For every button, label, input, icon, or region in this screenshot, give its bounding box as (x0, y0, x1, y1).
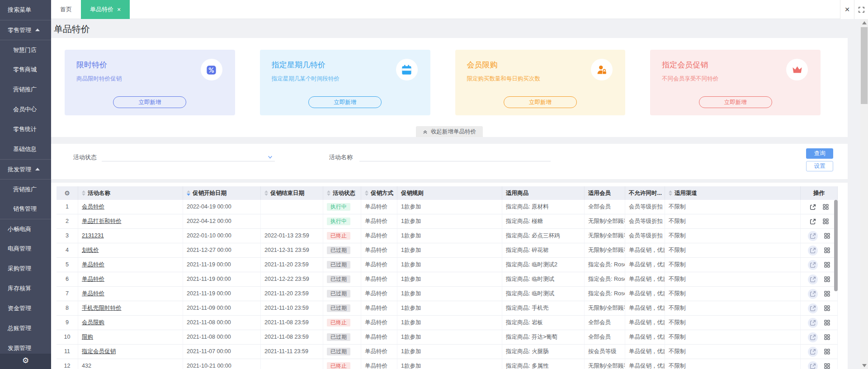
sort-carets-icon[interactable] (669, 190, 672, 196)
sort-desc-icon[interactable] (187, 194, 190, 196)
tab-home[interactable]: 首页 (51, 0, 81, 19)
sort-desc-icon[interactable] (365, 194, 368, 196)
table-header-cell[interactable]: 促销方式 (361, 186, 397, 200)
export-icon[interactable] (808, 332, 818, 342)
scroll-up-icon[interactable] (860, 19, 868, 26)
activity-name-link[interactable]: 手机壳限时特价 (82, 305, 122, 311)
grid-actions-icon[interactable] (824, 276, 830, 283)
add-now-button[interactable]: 立即新增 (113, 96, 186, 108)
table-header-cell[interactable]: 适用商品 (502, 186, 585, 200)
table-header-cell[interactable]: 活动名称 (78, 186, 183, 200)
tab-single-item-special[interactable]: 单品特价 × (81, 0, 130, 19)
sidebar-gear-icon[interactable]: ⚙ (0, 354, 51, 369)
collapse-new-promo-bar[interactable]: 收起新增单品特价 (416, 126, 483, 137)
export-icon[interactable] (808, 318, 818, 328)
export-icon[interactable] (808, 274, 818, 284)
sidebar-item[interactable]: 资金管理 (0, 298, 51, 318)
export-icon[interactable] (808, 303, 818, 313)
sidebar-subitem[interactable]: 零售统计 (0, 119, 51, 139)
column-settings-cell[interactable]: ⚙ (57, 186, 78, 200)
sidebar-subitem[interactable]: 智慧门店 (0, 40, 51, 60)
add-now-button[interactable]: 立即新增 (308, 96, 382, 108)
grid-actions-icon[interactable] (824, 247, 830, 254)
tab-close-icon[interactable]: × (117, 6, 121, 13)
grid-actions-icon[interactable] (824, 334, 830, 341)
sidebar-subitem[interactable]: 销售管理 (0, 199, 51, 219)
sort-desc-icon[interactable] (327, 194, 330, 196)
table-header-cell[interactable]: 适用会员 (585, 186, 625, 200)
sidebar-item[interactable]: 总账管理 (0, 318, 51, 338)
export-icon[interactable] (808, 361, 818, 369)
scroll-down-icon[interactable] (860, 362, 868, 369)
sort-desc-icon[interactable] (264, 194, 268, 196)
activity-name-link[interactable]: 指定会员促销 (82, 348, 116, 355)
activity-name-link[interactable]: 单品特价 (82, 276, 104, 282)
name-filter-input[interactable] (359, 150, 551, 161)
sort-desc-icon[interactable] (669, 194, 672, 196)
table-header-cell[interactable]: 促销规则 (397, 186, 502, 200)
grid-actions-icon[interactable] (824, 348, 830, 355)
grid-actions-icon[interactable] (824, 363, 830, 369)
sort-asc-icon[interactable] (264, 190, 268, 193)
activity-name-link[interactable]: 2131231 (82, 232, 104, 239)
sidebar-subitem[interactable]: 会员中心 (0, 99, 51, 119)
activity-name-link[interactable]: 单品特价 (82, 261, 104, 268)
sort-carets-icon[interactable] (327, 190, 330, 196)
activity-name-link[interactable]: 单品打折和特价 (82, 218, 122, 224)
activity-name-link[interactable]: 会员限购 (82, 319, 104, 326)
sort-asc-icon[interactable] (365, 190, 368, 193)
sidebar-item[interactable]: 搜索菜单 (0, 0, 51, 20)
grid-actions-icon[interactable] (824, 319, 830, 326)
sort-asc-icon[interactable] (187, 190, 190, 193)
sidebar-subitem[interactable]: 营销推广 (0, 179, 51, 199)
activity-name-link[interactable]: 单品特价 (82, 290, 104, 297)
sidebar-item[interactable]: 零售管理 (0, 20, 51, 40)
table-header-cell[interactable]: 促销结束日期 (261, 186, 323, 200)
page-scrollbar-thumb[interactable] (861, 27, 868, 104)
sidebar-subitem[interactable]: 零售商城 (0, 60, 51, 80)
grid-actions-icon[interactable] (824, 290, 830, 297)
sidebar-subitem[interactable]: 营销推广 (0, 80, 51, 99)
export-icon[interactable] (808, 289, 818, 299)
page-scrollbar[interactable] (860, 19, 868, 369)
sort-desc-icon[interactable] (82, 194, 85, 196)
sidebar-subitem[interactable]: 基础信息 (0, 139, 51, 159)
status-filter-select[interactable] (102, 150, 275, 161)
sidebar-item[interactable]: 批发管理 (0, 159, 51, 179)
sort-carets-icon[interactable] (264, 190, 268, 196)
grid-actions-icon[interactable] (822, 218, 829, 225)
sidebar-item[interactable]: 采购管理 (0, 259, 51, 279)
chevron-down-icon[interactable] (267, 154, 273, 162)
sort-asc-icon[interactable] (669, 190, 672, 193)
settings-button[interactable]: 设置 (806, 161, 833, 171)
query-button[interactable]: 查询 (806, 148, 833, 159)
activity-name-link[interactable]: 432 (82, 363, 91, 369)
export-icon[interactable] (808, 246, 818, 255)
sort-asc-icon[interactable] (327, 190, 330, 193)
export-icon[interactable] (808, 260, 818, 270)
activity-name-link[interactable]: 划线价 (82, 247, 99, 253)
export-icon[interactable] (809, 203, 816, 211)
grid-actions-icon[interactable] (822, 203, 829, 210)
export-icon[interactable] (809, 218, 816, 225)
close-icon[interactable]: × (840, 0, 854, 19)
activity-name-link[interactable]: 限购 (82, 334, 93, 340)
sidebar-item[interactable]: 库存核算 (0, 279, 51, 298)
sidebar-item[interactable]: 小畅电商 (0, 219, 51, 239)
grid-actions-icon[interactable] (824, 305, 830, 312)
table-header-cell[interactable]: 操作 (801, 186, 838, 200)
grid-actions-icon[interactable] (824, 261, 830, 268)
table-header-cell[interactable]: 不允许同时... (625, 186, 665, 200)
table-header-cell[interactable]: 适用渠道 (665, 186, 801, 200)
sort-carets-icon[interactable] (187, 190, 190, 196)
sort-carets-icon[interactable] (365, 190, 368, 196)
grid-actions-icon[interactable] (824, 232, 830, 239)
sort-asc-icon[interactable] (82, 190, 85, 193)
table-scrollbar-thumb[interactable] (834, 200, 838, 291)
table-header-cell[interactable]: 促销开始日期 (183, 186, 261, 200)
activity-name-link[interactable]: 会员特价 (82, 203, 104, 210)
table-header-cell[interactable]: 活动状态 (323, 186, 361, 200)
fullscreen-icon[interactable] (854, 0, 868, 19)
add-now-button[interactable]: 立即新增 (504, 96, 577, 108)
gear-icon[interactable]: ⚙ (60, 189, 74, 197)
